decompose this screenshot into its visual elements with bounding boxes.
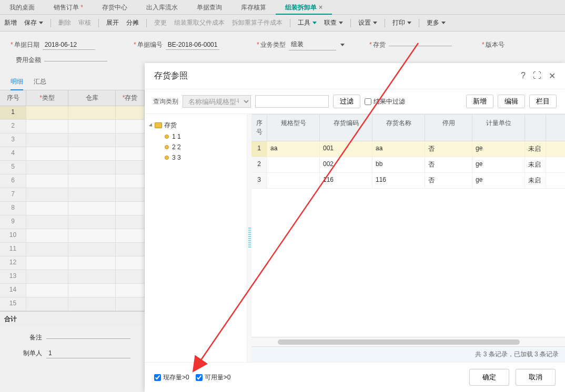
new-button[interactable]: 新增	[4, 18, 17, 27]
tree-root-label: 存货	[164, 121, 177, 130]
stock-gt0-checkbox[interactable]	[154, 374, 161, 381]
table-row[interactable]: 2002bb否ge未启	[251, 157, 565, 173]
expand-button[interactable]: 展开	[106, 18, 119, 27]
field-date[interactable]: *单据日期 2018-06-12	[11, 40, 126, 50]
modal-column-button[interactable]: 栏目	[529, 95, 557, 108]
col-type: *类型	[26, 90, 68, 106]
change-button[interactable]: 变更	[154, 18, 167, 27]
tree-root[interactable]: 存货	[150, 119, 241, 131]
folder-icon	[165, 135, 169, 139]
tools-menu[interactable]: 工具	[298, 18, 317, 27]
link-menu[interactable]: 联查	[324, 18, 343, 27]
record-status: 共 3 条记录，已加载 3 条记录	[251, 346, 565, 362]
tree-leaf[interactable]: 3 3	[165, 152, 241, 163]
column-header[interactable]: 存货编码	[320, 115, 372, 141]
folder-icon	[155, 122, 162, 128]
share-button[interactable]: 分摊	[126, 18, 139, 27]
horizontal-scrollbar[interactable]	[251, 337, 565, 346]
tab-io-flow[interactable]: 出入库流水	[137, 0, 187, 14]
column-header[interactable]: 存货名称	[372, 115, 425, 141]
col-wh: 仓库	[68, 90, 116, 106]
cancel-button[interactable]: 取消	[516, 369, 556, 386]
tab-desktop[interactable]: 我的桌面	[0, 0, 44, 14]
search-input[interactable]	[255, 95, 329, 108]
tree-leaf[interactable]: 2 2	[165, 142, 241, 152]
table-row[interactable]: 3116116否ge未启	[251, 173, 565, 189]
field-version[interactable]: *版本号	[482, 40, 505, 49]
more-menu[interactable]: 更多	[427, 18, 446, 27]
close-icon[interactable]: ✕	[549, 71, 556, 81]
subtab-summary[interactable]: 汇总	[34, 74, 46, 90]
recalc-child-button[interactable]: 拆卸重算子件成本	[232, 18, 282, 27]
modal-new-button[interactable]: 新增	[466, 95, 493, 108]
folder-icon	[165, 156, 169, 160]
column-header[interactable]	[525, 115, 546, 141]
recalc-parent-button[interactable]: 组装重取父件成本	[174, 18, 225, 27]
close-icon[interactable]: ×	[319, 4, 322, 11]
query-type-select[interactable]: 名称编码规格型号	[183, 95, 251, 108]
print-menu[interactable]: 打印	[392, 18, 411, 27]
expand-icon[interactable]	[149, 123, 154, 128]
toolbar: 新增 保存 删除 审核 展开 分摊 变更 组装重取父件成本 拆卸重算子件成本 工…	[0, 15, 565, 32]
audit-button[interactable]: 审核	[78, 18, 91, 27]
save-button[interactable]: 保存	[24, 18, 43, 27]
column-header[interactable]: 序号	[251, 115, 267, 141]
avail-gt0-label: 可用量>0	[205, 373, 231, 382]
modal-edit-button[interactable]: 编辑	[498, 95, 525, 108]
tab-doc-query[interactable]: 单据查询	[187, 0, 231, 14]
filter-button[interactable]: 过滤	[333, 95, 360, 108]
field-no[interactable]: *单据编号 BE-2018-06-0001	[134, 40, 249, 50]
ok-button[interactable]: 确定	[469, 369, 509, 386]
maximize-icon[interactable]: ⛶	[533, 71, 541, 81]
field-biz[interactable]: *业务类型 组装	[257, 39, 362, 50]
tab-stock-check[interactable]: 库存核算	[231, 0, 276, 14]
field-stock[interactable]: *存货	[369, 40, 475, 49]
category-tree[interactable]: 存货 1 12 23 3	[145, 114, 247, 362]
table-row[interactable]: 1aa001aa否ge未启	[251, 141, 565, 157]
column-header[interactable]: 计量单位	[472, 115, 525, 141]
col-seq: 序号	[0, 90, 26, 106]
tab-inventory-center[interactable]: 存货中心	[93, 0, 137, 14]
tree-leaf[interactable]: 1 1	[165, 131, 241, 142]
splitter[interactable]	[247, 114, 251, 362]
field-fee[interactable]: 费用金额	[11, 56, 107, 65]
col-stock: *存货	[116, 90, 145, 106]
in-result-checkbox[interactable]	[365, 98, 371, 105]
folder-icon	[165, 145, 169, 149]
column-header[interactable]: 规格型号	[267, 115, 320, 141]
stock-gt0-label: 现存量>0	[163, 373, 189, 382]
avail-gt0-checkbox[interactable]	[196, 374, 203, 381]
in-result-label: 结果中过滤	[374, 97, 405, 106]
settings-menu[interactable]: 设置	[358, 18, 377, 27]
query-type-label: 查询类别	[153, 97, 178, 106]
delete-button[interactable]: 删除	[58, 18, 71, 27]
dialog-title: 存货参照	[154, 70, 188, 81]
column-header[interactable]: 停用	[425, 115, 472, 141]
tab-sales-order[interactable]: 销售订单 *	[44, 0, 93, 14]
inventory-reference-dialog: 存货参照 ? ⛶ ✕ 查询类别 名称编码规格型号 过滤 结果中过滤 新增 编辑 …	[145, 63, 565, 392]
tab-assembly[interactable]: 组装拆卸单×	[276, 0, 332, 14]
help-icon[interactable]: ?	[521, 71, 526, 81]
chevron-down-icon[interactable]	[340, 44, 345, 46]
subtab-detail[interactable]: 明细	[11, 74, 23, 90]
top-tabs: 我的桌面 销售订单 * 存货中心 出入库流水 单据查询 库存核算 组装拆卸单×	[0, 0, 565, 15]
